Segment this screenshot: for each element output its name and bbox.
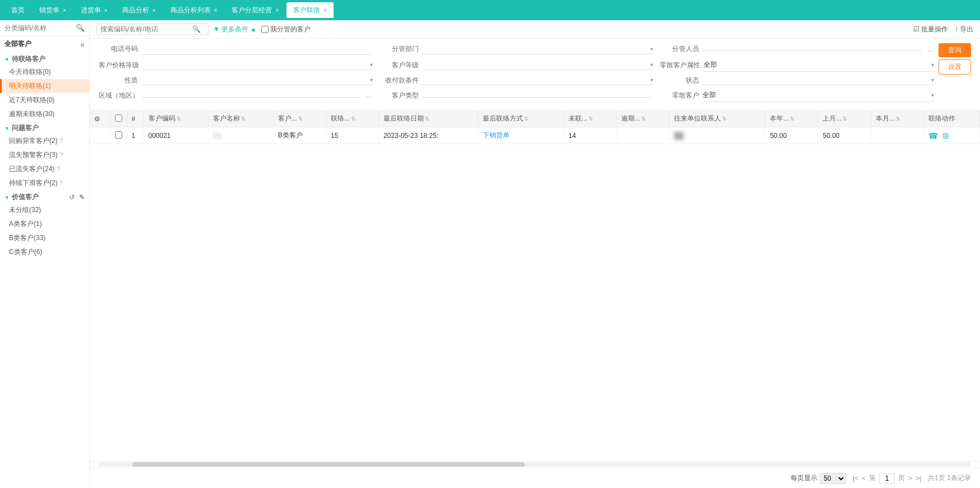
- sidebar-item-week-contact[interactable]: 近7天待联络(0): [0, 93, 89, 107]
- sort-icon: ⇅: [641, 116, 646, 122]
- sidebar-all-customers[interactable]: 全部客户 «: [0, 36, 89, 52]
- close-icon[interactable]: ×: [63, 7, 66, 13]
- th-type[interactable]: 客户...⇅: [273, 111, 326, 127]
- bulk-operation-button[interactable]: ☑ 批量操作: [913, 25, 948, 34]
- filter-dept-select[interactable]: ▾: [422, 44, 654, 54]
- last-page-icon[interactable]: >|: [916, 475, 921, 482]
- data-table-container: ⚙ # 客户编码⇅ 客户名称⇅ 客户...⇅ 联络...⇅ 最后联络日期⇅ 最后…: [90, 111, 980, 461]
- horizontal-scrollbar[interactable]: [90, 461, 980, 468]
- filter-price-select[interactable]: ▾: [142, 60, 373, 70]
- sidebar-item-class-c[interactable]: C类客户(6): [0, 245, 89, 259]
- sidebar-item-today-contact[interactable]: 今天待联络(0): [0, 65, 89, 79]
- th-unit-contact[interactable]: 往来单位联系人⇅: [669, 111, 765, 127]
- th-code[interactable]: 客户编码⇅: [144, 111, 209, 127]
- search-box[interactable]: 🔍: [96, 24, 209, 35]
- th-contact[interactable]: 联络...⇅: [326, 111, 378, 127]
- toolbar: 🔍 ▼ 更多条件 ▲ 我分管的客户 ☑ 批量操作 ↑ 导出: [90, 20, 980, 39]
- close-icon[interactable]: ×: [152, 7, 156, 13]
- footer-page-size: 每页显示 50 100 200: [791, 473, 846, 484]
- td-checkbox[interactable]: [110, 127, 127, 144]
- filter-person-dots[interactable]: …: [927, 45, 934, 53]
- filter-nature: 性质 ▾: [99, 75, 373, 85]
- nav-purchase-order[interactable]: 进货单 ×: [74, 2, 114, 18]
- close-icon[interactable]: ×: [323, 7, 327, 13]
- chevron-down-icon: ▾: [370, 77, 373, 83]
- sidebar-item-churned[interactable]: 已流失客户(24) ?: [0, 162, 89, 176]
- set-button[interactable]: 设置: [939, 59, 971, 75]
- search-icon[interactable]: 🔍: [192, 25, 201, 33]
- first-page-icon[interactable]: |<: [853, 475, 858, 482]
- filter-customer-type-select[interactable]: [422, 94, 654, 98]
- gear-icon[interactable]: ⚙: [94, 115, 100, 123]
- th-this-month[interactable]: 本月...⇅: [871, 111, 923, 127]
- nav-sales-order[interactable]: 销货单 ×: [33, 2, 73, 18]
- filter-payment-select[interactable]: ▾: [422, 75, 654, 85]
- td-last-way[interactable]: 下销货单: [478, 127, 564, 144]
- filter-status-select[interactable]: ▾: [702, 75, 934, 85]
- toolbar-right: ☑ 批量操作 ↑ 导出: [913, 25, 973, 34]
- search-icon[interactable]: 🔍: [76, 24, 85, 32]
- export-button[interactable]: ↑ 导出: [955, 25, 973, 34]
- td-type: B类客户: [273, 127, 326, 144]
- th-overdue[interactable]: 逾期...⇅: [617, 111, 669, 127]
- th-last-date[interactable]: 最后联络日期⇅: [378, 111, 478, 127]
- my-customers-checkbox-label[interactable]: 我分管的客户: [261, 25, 311, 34]
- th-not-contacted[interactable]: 未联...⇅: [564, 111, 617, 127]
- th-checkbox[interactable]: [110, 111, 127, 127]
- last-contact-way-link[interactable]: 下销货单: [483, 131, 510, 139]
- filter-region-dots[interactable]: …: [366, 91, 373, 99]
- sidebar-item-tomorrow-contact[interactable]: 明天待联络(1): [0, 79, 89, 93]
- th-this-year[interactable]: 本年...⇅: [765, 111, 818, 127]
- close-icon[interactable]: ×: [104, 7, 108, 13]
- filter-scatter-select[interactable]: 全部 ▾: [702, 89, 934, 102]
- more-filters-button[interactable]: ▼ 更多条件 ▲: [213, 25, 257, 34]
- chevron-down-icon: ▾: [370, 62, 373, 68]
- row-actions: ☎ ⊞: [928, 131, 975, 140]
- filter-nature-select[interactable]: ▾: [141, 75, 373, 85]
- th-name[interactable]: 客户名称⇅: [209, 111, 274, 127]
- close-icon[interactable]: ×: [275, 7, 279, 13]
- sidebar-item-class-a[interactable]: A类客户(1): [0, 217, 89, 231]
- sidebar-search-input[interactable]: [4, 24, 73, 32]
- next-page-icon[interactable]: >: [908, 475, 912, 482]
- nav-product-analysis-list[interactable]: 商品分析列表 ×: [164, 2, 224, 18]
- td-actions: ☎ ⊞: [923, 127, 979, 144]
- grid-action-icon[interactable]: ⊞: [942, 131, 949, 140]
- phone-action-icon[interactable]: ☎: [928, 131, 938, 140]
- th-last-way[interactable]: 最后联络方式⇅: [478, 111, 564, 127]
- th-last-month[interactable]: 上月...⇅: [818, 111, 871, 127]
- page-number-input[interactable]: [879, 473, 895, 484]
- nav-home[interactable]: 首页: [4, 2, 31, 18]
- table-row: 1 000021 Ea B类客户 15 2023-05-23 18:25: 下销…: [90, 127, 980, 144]
- search-input[interactable]: [100, 25, 190, 33]
- filter-person-select[interactable]: [702, 47, 922, 51]
- my-customers-checkbox[interactable]: [261, 26, 269, 33]
- footer-pagination: |< < 第 页 > >|: [853, 473, 921, 484]
- filter-icon: ▼: [213, 25, 220, 33]
- sidebar-item-repurchase-abnormal[interactable]: 回购异常客户(2) ?: [0, 134, 89, 148]
- query-button[interactable]: 查询: [939, 43, 971, 57]
- sidebar-group-pending: ▼ 待联络客户: [0, 52, 89, 65]
- sidebar-item-class-b[interactable]: B类客户(33): [0, 231, 89, 245]
- sidebar-item-declining[interactable]: 持续下滑客户(2) ?: [0, 176, 89, 190]
- filter-scatter-attr-select[interactable]: 全部 ▾: [704, 58, 934, 72]
- prev-page-icon[interactable]: <: [862, 475, 866, 482]
- nav-customer-segmentation[interactable]: 客户分层经营 ×: [225, 2, 285, 18]
- filter-phone-input[interactable]: [141, 43, 373, 55]
- th-index: #: [127, 111, 144, 127]
- nav-customer-contact[interactable]: 客户联络 ×: [286, 2, 334, 18]
- row-checkbox[interactable]: [115, 131, 122, 139]
- sort-icon: ⇅: [425, 116, 429, 122]
- filter-customer-level-select[interactable]: ▾: [422, 60, 654, 70]
- select-all-checkbox[interactable]: [115, 114, 122, 122]
- close-icon[interactable]: ×: [214, 7, 218, 13]
- nav-product-analysis[interactable]: 商品分析 ×: [115, 2, 163, 18]
- triangle-icon: ▼: [4, 126, 10, 131]
- per-page-select[interactable]: 50 100 200: [820, 473, 846, 484]
- th-gear[interactable]: ⚙: [90, 111, 110, 127]
- sidebar-item-overdue-contact[interactable]: 逾期未联络(30): [0, 107, 89, 121]
- sidebar-item-churn-warning[interactable]: 流失预警客户(3) ?: [0, 148, 89, 162]
- sidebar-item-ungrouped[interactable]: 未分组(32): [0, 203, 89, 217]
- filter-region-select[interactable]: [142, 94, 360, 98]
- scrollbar-thumb[interactable]: [132, 462, 525, 467]
